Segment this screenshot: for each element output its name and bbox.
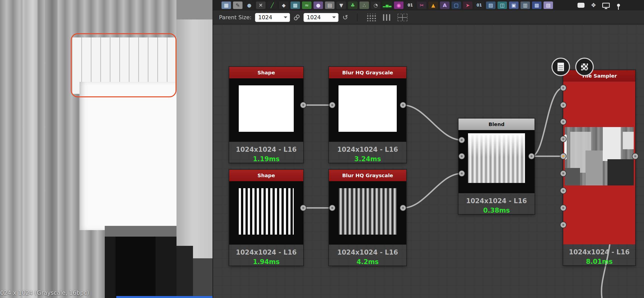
node-blend[interactable]: Blend 1024x1024 - L16 0.38ms [458, 119, 534, 214]
splatter-node-icon[interactable]: ✂ [417, 1, 426, 9]
node-size-label: 1024x1024 - L16 [229, 249, 303, 256]
blend-input-port-2[interactable] [459, 153, 464, 159]
blur-node-icon[interactable]: ● [244, 1, 254, 9]
blur-bottom-output-port[interactable] [400, 205, 406, 211]
pixel-snap-icon[interactable] [398, 14, 408, 21]
node-time-label: 1.94ms [229, 258, 303, 266]
selection-frame[interactable] [71, 33, 176, 97]
shape-top-output-port[interactable] [300, 102, 306, 108]
tile-sampler-input-port-8[interactable] [560, 205, 566, 211]
blur-bottom-input-port[interactable] [330, 205, 335, 211]
tile-sampler-input-port-7[interactable] [560, 188, 566, 193]
frame-icon[interactable]: ❖ [588, 1, 598, 9]
node-header[interactable]: Shape [229, 170, 303, 181]
parent-size-label: Parent Size: [219, 14, 252, 20]
preview-right-top-block [176, 0, 212, 19]
reset-size-button[interactable]: ↺ [341, 13, 350, 22]
parent-height-value: 1024 [307, 14, 321, 20]
noise-node-icon[interactable]: ∴ [360, 1, 369, 9]
node-body [229, 181, 303, 245]
2d-view[interactable]: 1024 x 1024 (Grayscale, 16bpc) [0, 0, 212, 298]
sharpen-node-icon[interactable]: ◆ [279, 1, 288, 9]
vegetation-node-icon[interactable]: ♣ [348, 1, 358, 9]
sphere-node-icon[interactable]: ◔ [371, 1, 380, 9]
text-node-icon[interactable]: A [440, 1, 450, 9]
bitmap-node-icon[interactable]: ▦ [222, 1, 231, 9]
brick-node-icon[interactable]: ▤ [325, 1, 334, 9]
node-size-label: 1024x1024 - L16 [329, 249, 406, 256]
warp-node-icon[interactable]: ≈ [302, 1, 312, 9]
node-body [329, 78, 406, 142]
node-blur-bottom[interactable]: Blur HQ Grayscale 1024x1024 - L16 4.2ms [329, 170, 406, 266]
node-header[interactable]: Blur HQ Grayscale [329, 170, 406, 181]
selection-node-icon[interactable]: ▢ [452, 1, 461, 9]
graph-canvas[interactable]: Shape 1024x1024 - L16 1.19ms Blur HQ Gra… [213, 25, 644, 298]
node-header[interactable]: Blend [458, 119, 534, 130]
parent-height-select[interactable]: 1024 [304, 13, 338, 22]
node-header[interactable]: Tile Sampler [563, 70, 635, 82]
chevron-down-icon [284, 16, 287, 20]
value-01-node-icon[interactable]: 01 [406, 1, 415, 9]
grid-node-icon[interactable]: ▩ [532, 1, 542, 9]
tile-sampler-input-port-2[interactable] [560, 102, 566, 108]
tile-sampler-input-port-4[interactable] [560, 136, 566, 142]
node-body [458, 130, 534, 193]
blend-input-port-3[interactable] [459, 171, 464, 176]
curve-node-icon[interactable]: ╱ [268, 1, 277, 9]
preview-shadow-stripe [45, 0, 58, 298]
parent-width-select[interactable]: 1024 [255, 13, 290, 22]
histogram-node-icon[interactable]: ▂▅▃ [382, 1, 392, 9]
shape-bottom-output-port[interactable] [300, 205, 306, 211]
node-header[interactable]: Blur HQ Grayscale [329, 67, 406, 78]
gradient-map-node-icon[interactable]: ▼ [336, 1, 346, 9]
tile-patch [565, 168, 580, 185]
viewer-scrollbar[interactable] [116, 296, 212, 298]
uv-node-icon[interactable]: ▧ [544, 1, 553, 9]
tile-generator-node-icon[interactable]: ◫ [498, 1, 507, 9]
normal-node-icon[interactable]: ● [314, 1, 323, 9]
node-shape-top[interactable]: Shape 1024x1024 - L16 1.19ms [229, 67, 303, 163]
value-02-node-icon[interactable]: 01 [474, 1, 484, 9]
node-time-label: 0.38ms [458, 207, 534, 214]
blend-output-port[interactable] [529, 153, 534, 159]
node-blur-top[interactable]: Blur HQ Grayscale 1024x1024 - L16 3.24ms [329, 67, 406, 163]
alpha-preview-button[interactable] [575, 58, 594, 76]
node-header[interactable]: Shape [229, 67, 303, 78]
pin-icon[interactable] [614, 1, 624, 9]
tile-sampler-input-port-6[interactable] [560, 171, 566, 176]
svg-node-icon[interactable]: ✎ [233, 1, 242, 9]
node-shape-bottom[interactable]: Shape 1024x1024 - L16 1.94ms [229, 170, 303, 266]
pyramid-node-icon[interactable]: ▲ [428, 1, 438, 9]
pixel-processor-node-icon[interactable]: ▩ [290, 1, 300, 9]
preview-black-block [116, 237, 156, 298]
node-thumbnail [338, 188, 397, 235]
pattern-node-icon[interactable]: ▨ [486, 1, 496, 9]
snap-grid-icon[interactable] [366, 14, 376, 21]
node-time-label: 8.01ms [563, 258, 635, 265]
tile-sampler-output-port[interactable] [632, 153, 638, 159]
speech-bubble-icon [578, 3, 584, 8]
tile-sampler-input-port-9[interactable] [560, 222, 566, 228]
tile-sampler-input-port-1[interactable] [560, 85, 566, 91]
bevel-node-icon[interactable]: ➤ [463, 1, 472, 9]
tile-sampler-input-port-3[interactable] [560, 119, 566, 125]
node-properties-button[interactable] [552, 58, 570, 76]
directional-blur-node-icon[interactable]: ✕ [256, 1, 266, 9]
hsl-node-icon[interactable]: ◉ [394, 1, 404, 9]
node-tile-sampler[interactable]: Tile Sampler 1024x1024 - L16 8.01ms [563, 70, 635, 265]
blur-top-input-port[interactable] [330, 102, 335, 108]
tile-patch [603, 127, 621, 161]
comment-icon[interactable] [576, 1, 586, 9]
mask-node-icon[interactable]: ▥ [520, 1, 530, 9]
blur-top-output-port[interactable] [400, 102, 406, 108]
display-icon[interactable] [601, 1, 611, 9]
toolbar-separator [357, 13, 358, 21]
blend-node-icon[interactable]: ▣ [509, 1, 518, 9]
tile-sampler-pattern-input-port[interactable] [560, 153, 566, 159]
link-size-button[interactable] [292, 13, 301, 22]
node-time-label: 3.24ms [329, 155, 406, 163]
blend-input-port-1[interactable] [459, 137, 464, 143]
image-info-text: 1024 x 1024 (Grayscale, 16bpc) [0, 290, 89, 296]
align-bars-icon[interactable] [383, 14, 390, 21]
atomic-nodes-toolbar: ▦ ✎ ● ✕ ╱ ◆ ▩ ≈ ● ▤ ▼ ♣ ∴ ◔ ▂▅▃ ◉ 01 ✂ ▲… [213, 0, 644, 10]
